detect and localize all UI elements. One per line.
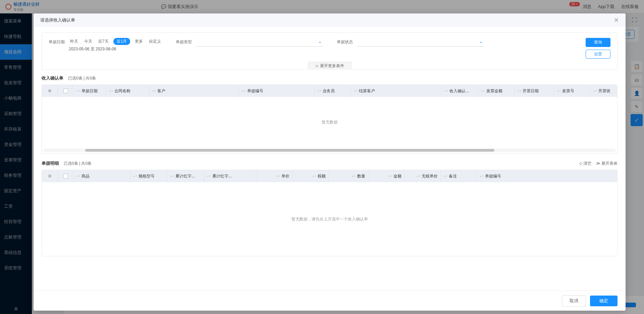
- col-invoice-no[interactable]: ▲▼发票号: [554, 85, 590, 97]
- type-label: 单据类型: [176, 38, 192, 45]
- section1-hscroll[interactable]: [43, 149, 616, 152]
- status-label: 单据状态: [337, 38, 353, 45]
- chevron-down-icon: ⌄: [479, 39, 483, 44]
- col-settle-customer[interactable]: ▲▼结算客户: [351, 85, 441, 97]
- filter-panel: 单据日期 昨天 今天 近7天 近1月 更多 自定义 2023-05-06 至 2…: [42, 32, 618, 70]
- filter-settings-button[interactable]: 设置: [586, 50, 610, 59]
- cancel-button[interactable]: 取消: [562, 295, 586, 307]
- section1-table: ⚙ ▲▼单据日期 ▲▼合同名称 ▲▼客户 ▲▼单据编号 ▲▼业务员 ▲▼结算客户…: [42, 85, 618, 154]
- modal-title: 请选择收入确认单: [40, 17, 75, 23]
- col-product[interactable]: ▲▼商品: [73, 170, 130, 182]
- section1-empty: 暂无数据: [42, 97, 617, 147]
- col-invoice-status[interactable]: ▲▼开票状: [590, 85, 617, 97]
- col-spec[interactable]: ▲▼规格型号: [130, 170, 167, 182]
- chip-today[interactable]: 今天: [83, 38, 94, 45]
- modal-body: 单据日期 昨天 今天 近7天 近1月 更多 自定义 2023-05-06 至 2…: [34, 27, 626, 291]
- date-range-text: 2023-05-06 至 2023-06-06: [69, 46, 162, 52]
- col-doc-no-2[interactable]: ▲▼单据编号: [477, 170, 617, 182]
- section2-selected-count: 已选0条 | 共0条: [64, 161, 92, 166]
- col-date[interactable]: ▲▼单据日期: [73, 85, 106, 97]
- eraser-icon: ◇: [579, 161, 582, 166]
- column-settings-icon[interactable]: ⚙: [42, 170, 58, 182]
- section2-table: ⚙ ▲▼商品 ▲▼规格型号 ▲▼累计红字... ▲▼累计红字... ▲▼单价 ▲…: [42, 170, 618, 256]
- modal-footer: 取消 确定: [34, 291, 626, 311]
- modal-header: 请选择收入确认单 ✕: [34, 13, 626, 27]
- type-select[interactable]: ⌄: [196, 38, 323, 47]
- chevron-down-icon: ⌄: [318, 39, 322, 44]
- col-doc-no[interactable]: ▲▼单据编号: [239, 85, 315, 97]
- filter-date: 单据日期 昨天 今天 近7天 近1月 更多 自定义 2023-05-06 至 2…: [49, 38, 162, 52]
- col-invoice-date[interactable]: ▲▼开票日期: [515, 85, 554, 97]
- section2-actions: ◇清空 ≫展开表体: [579, 161, 618, 166]
- chip-7days[interactable]: 近7天: [97, 38, 110, 45]
- filter-status: 单据状态 ⌄: [337, 38, 484, 47]
- double-chevron-down-icon: ≫: [596, 161, 600, 166]
- col-remark[interactable]: ▲▼备注: [441, 170, 477, 182]
- select-all-checkbox[interactable]: [58, 170, 73, 182]
- col-qty[interactable]: ▲▼数量: [329, 170, 368, 182]
- select-all-checkbox[interactable]: [58, 85, 73, 97]
- close-icon[interactable]: ✕: [614, 16, 619, 24]
- clear-button[interactable]: ◇清空: [579, 161, 591, 166]
- select-income-confirmation-modal: 请选择收入确认单 ✕ 单据日期 昨天 今天 近7天 近1月 更多 自定义: [34, 13, 626, 311]
- col-customer[interactable]: ▲▼客户: [149, 85, 239, 97]
- column-settings-icon[interactable]: ⚙: [42, 85, 58, 97]
- section2-header: 单据明细 已选0条 | 共0条 ◇清空 ≫展开表体: [42, 160, 618, 166]
- col-amount[interactable]: ▲▼金额: [368, 170, 405, 182]
- col-tax[interactable]: ▲▼税额: [292, 170, 329, 182]
- col-price[interactable]: ▲▼单价: [256, 170, 292, 182]
- col-invoice-amount[interactable]: ▲▼发票金额: [478, 85, 515, 97]
- section1-thead: ⚙ ▲▼单据日期 ▲▼合同名称 ▲▼客户 ▲▼单据编号 ▲▼业务员 ▲▼结算客户…: [42, 85, 617, 97]
- col-contract-name[interactable]: ▲▼合同名称: [106, 85, 149, 97]
- date-label: 单据日期: [49, 38, 65, 45]
- col-income-confirm[interactable]: ▲▼收入确认...: [441, 85, 478, 97]
- double-chevron-down-icon: [315, 64, 319, 68]
- col-salesman[interactable]: ▲▼业务员: [315, 85, 351, 97]
- chip-1month[interactable]: 近1月: [113, 38, 130, 45]
- section2-thead: ⚙ ▲▼商品 ▲▼规格型号 ▲▼累计红字... ▲▼累计红字... ▲▼单价 ▲…: [42, 170, 617, 182]
- col-notax-price[interactable]: ▲▼无税单价: [405, 170, 441, 182]
- chip-more[interactable]: 更多: [133, 38, 144, 45]
- filter-type: 单据类型 ⌄: [176, 38, 323, 47]
- ok-button[interactable]: 确定: [590, 296, 618, 306]
- filter-actions: 查询 设置: [586, 38, 610, 59]
- chip-custom[interactable]: 自定义: [148, 38, 162, 45]
- status-select[interactable]: ⌄: [357, 38, 484, 47]
- query-button[interactable]: 查询: [586, 38, 610, 47]
- col-cum-red-2[interactable]: ▲▼累计红字...: [204, 170, 256, 182]
- section2-empty: 暂无数据，请先在上方选中一个收入确认单: [42, 182, 617, 256]
- section1-title: 收入确认单: [42, 75, 63, 81]
- section1-selected-count: 已选0条 | 共0条: [68, 75, 96, 81]
- section2-title: 单据明细: [42, 160, 59, 166]
- expand-body-button[interactable]: ≫展开表体: [596, 161, 618, 166]
- section1-header: 收入确认单 已选0条 | 共0条: [42, 75, 618, 81]
- chip-yesterday[interactable]: 昨天: [69, 38, 79, 45]
- col-cum-red-1[interactable]: ▲▼累计红字...: [167, 170, 204, 182]
- expand-more-conditions[interactable]: 展开更多条件: [308, 62, 352, 70]
